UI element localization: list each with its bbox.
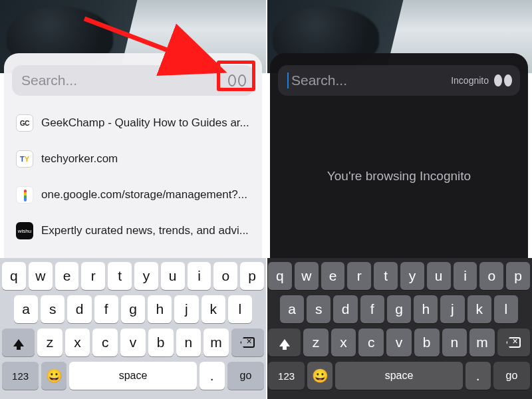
favicon-icon: TY (16, 150, 33, 168)
search-placeholder: Search... (291, 72, 451, 88)
search-placeholder: Search... (21, 72, 227, 88)
key-go[interactable]: go (493, 362, 530, 390)
key-p[interactable]: p (506, 262, 530, 290)
key-period[interactable]: . (466, 362, 491, 390)
backspace-icon (240, 337, 255, 348)
key-s[interactable]: s (307, 295, 331, 323)
key-go[interactable]: go (227, 362, 264, 390)
suggestion-label: techyorker.com (41, 152, 250, 166)
suggestion-item[interactable]: wishu Expertly curated news, trends, and… (8, 213, 258, 249)
keyboard-row: z x c v b n m (268, 329, 530, 356)
key-space[interactable]: space (335, 362, 462, 390)
key-c[interactable]: c (92, 329, 118, 356)
key-h[interactable]: h (148, 295, 172, 323)
incognito-toggle-icon[interactable] (493, 74, 513, 86)
key-backspace[interactable] (497, 329, 530, 356)
key-shift[interactable] (268, 329, 301, 356)
suggestion-label: GeekChamp - Quality How to Guides ar... (41, 116, 250, 130)
key-k[interactable]: k (467, 295, 491, 323)
key-t[interactable]: t (374, 262, 398, 290)
keyboard-row: q w e r t y u i o p (2, 262, 264, 290)
key-f[interactable]: f (360, 295, 384, 323)
suggestion-list: GC GeekChamp - Quality How to Guides ar.… (4, 105, 262, 249)
key-y[interactable]: y (134, 262, 158, 290)
key-shift[interactable] (2, 329, 35, 356)
key-r[interactable]: r (347, 262, 371, 290)
key-t[interactable]: t (108, 262, 132, 290)
key-b[interactable]: b (148, 329, 174, 356)
incognito-toggle-icon[interactable] (227, 74, 247, 86)
key-g[interactable]: g (387, 295, 411, 323)
key-d[interactable]: d (67, 295, 91, 323)
incognito-message: You're browsing Incognito (270, 169, 528, 184)
key-c[interactable]: c (358, 329, 384, 356)
key-g[interactable]: g (121, 295, 145, 323)
key-h[interactable]: h (414, 295, 438, 323)
key-x[interactable]: x (65, 329, 90, 356)
key-123[interactable]: 123 (268, 362, 305, 390)
key-123[interactable]: 123 (2, 362, 39, 390)
key-q[interactable]: q (2, 262, 26, 290)
key-o[interactable]: o (479, 262, 503, 290)
key-e[interactable]: e (321, 262, 345, 290)
suggestion-item[interactable]: GC GeekChamp - Quality How to Guides ar.… (8, 105, 258, 141)
key-e[interactable]: e (55, 262, 79, 290)
key-w[interactable]: w (295, 262, 319, 290)
key-i[interactable]: i (188, 262, 211, 290)
key-z[interactable]: z (37, 329, 63, 356)
key-u[interactable]: u (427, 262, 451, 290)
favicon-icon: GC (16, 114, 33, 132)
keyboard: q w e r t y u i o p a s d f g h j k l z … (0, 258, 266, 399)
search-input[interactable]: Search... Incognito (278, 65, 520, 96)
favicon-icon: wishu (16, 222, 33, 239)
key-m[interactable]: m (469, 329, 495, 356)
key-n[interactable]: n (176, 329, 201, 356)
text-caret (287, 72, 289, 88)
shift-icon (13, 339, 24, 346)
key-m[interactable]: m (203, 329, 229, 356)
key-k[interactable]: k (201, 295, 225, 323)
suggestion-item[interactable]: TY techyorker.com (8, 141, 258, 177)
key-y[interactable]: y (400, 262, 424, 290)
key-b[interactable]: b (414, 329, 440, 356)
keyboard-row: q w e r t y u i o p (268, 262, 530, 290)
key-n[interactable]: n (442, 329, 467, 356)
key-v[interactable]: v (120, 329, 146, 356)
key-a[interactable]: a (280, 295, 304, 323)
key-z[interactable]: z (303, 329, 329, 356)
keyboard-row: a s d f g h j k l (268, 295, 530, 323)
key-d[interactable]: d (333, 295, 357, 323)
suggestion-label: Expertly curated news, trends, and advi.… (41, 224, 250, 237)
panel-light: Search... GC GeekChamp - Quality How to … (0, 0, 266, 399)
panel-dark: Search... Incognito You're browsing Inco… (266, 0, 532, 399)
key-l[interactable]: l (494, 295, 518, 323)
key-r[interactable]: r (81, 262, 105, 290)
key-j[interactable]: j (174, 295, 198, 323)
key-u[interactable]: u (161, 262, 185, 290)
key-emoji[interactable]: 😀 (307, 362, 332, 390)
keyboard-row: z x c v b n m (2, 329, 264, 356)
keyboard-row: a s d f g h j k l (2, 295, 264, 323)
key-w[interactable]: w (29, 262, 53, 290)
key-o[interactable]: o (213, 262, 237, 290)
key-backspace[interactable] (231, 329, 264, 356)
shift-icon (279, 339, 290, 346)
key-f[interactable]: f (94, 295, 118, 323)
search-input[interactable]: Search... (12, 65, 254, 96)
key-l[interactable]: l (228, 295, 252, 323)
key-s[interactable]: s (41, 295, 65, 323)
key-j[interactable]: j (440, 295, 464, 323)
key-a[interactable]: a (14, 295, 38, 323)
key-p[interactable]: p (240, 262, 264, 290)
panel-divider (266, 0, 267, 399)
key-v[interactable]: v (386, 329, 412, 356)
key-emoji[interactable]: 😀 (41, 362, 66, 390)
key-space[interactable]: space (69, 362, 196, 390)
key-period[interactable]: . (200, 362, 225, 390)
key-i[interactable]: i (454, 262, 477, 290)
favicon-icon (16, 186, 33, 203)
suggestion-item[interactable]: one.google.com/storage/management?... (8, 177, 258, 213)
key-q[interactable]: q (268, 262, 292, 290)
key-x[interactable]: x (331, 329, 356, 356)
keyboard-row: 123 😀 space . go (2, 362, 264, 390)
